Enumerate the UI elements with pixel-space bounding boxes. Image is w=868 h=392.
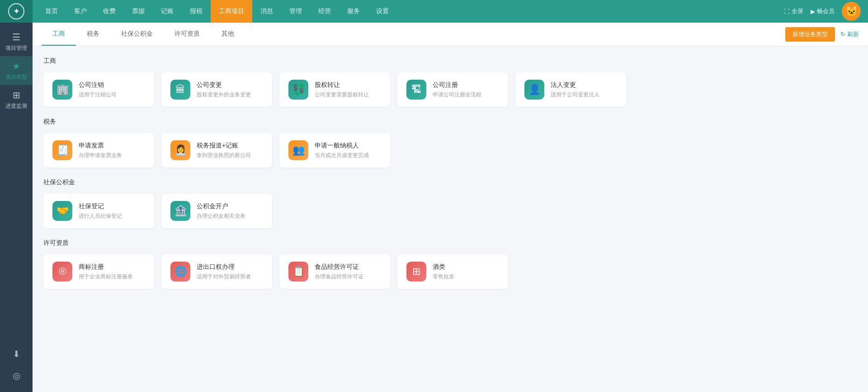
cards-grid: 🧾 申请发票 办理申请发票业务 👩‍💼 税务报道+记账 拿到营业执照的新公司 👥… [43, 133, 857, 167]
vip-icon: ▶ [811, 8, 815, 15]
sidebar-item-项目类型[interactable]: ★项目类型 [0, 56, 33, 85]
download-icon[interactable]: ⬇ [7, 345, 25, 363]
card-icon: 👥 [288, 140, 308, 160]
mascot-avatar[interactable]: 🐱 [842, 2, 861, 21]
nav-item-经营[interactable]: 经营 [310, 0, 339, 23]
section-税务: 税务 🧾 申请发票 办理申请发票业务 👩‍💼 税务报道+记账 拿到营业执照的新公… [43, 118, 857, 167]
card-icon: 👩‍💼 [170, 140, 190, 160]
card-title: 进出口权办理 [197, 263, 263, 271]
card-desc: 办理食品经营许可证 [315, 273, 381, 281]
new-type-button[interactable]: 新增业务类型 [785, 27, 835, 42]
service-card-股权转让[interactable]: 💱 股权转让 公司变更需要股权转让 [279, 72, 390, 107]
service-card-申请发票[interactable]: 🧾 申请发票 办理申请发票业务 [43, 133, 154, 167]
card-text: 酒类 零售批发 [433, 263, 499, 281]
nav-items: 首页客户收费票据记账报税工商项目消息管理经营服务设置 [33, 0, 784, 23]
card-icon: 🧾 [52, 140, 72, 160]
service-card-公积金开户[interactable]: 🏦 公积金开户 办理公积金相关业务 [161, 194, 272, 228]
card-title: 公积金开户 [197, 202, 263, 210]
tab-税务[interactable]: 税务 [76, 23, 110, 46]
content-scroll[interactable]: 工商 🏢 公司注销 适用于注销公司 🏛 公司变更 股权变更外的业务变更 💱 股权… [33, 46, 868, 392]
service-card-酒类[interactable]: ⊞ 酒类 零售批发 [397, 254, 508, 289]
sidebar-item-项目管理[interactable]: ☰项目管理 [0, 27, 33, 56]
card-desc: 适用于注销公司 [79, 91, 145, 99]
cards-grid: 🏢 公司注销 适用于注销公司 🏛 公司变更 股权变更外的业务变更 💱 股权转让 … [43, 72, 857, 107]
nav-item-记账[interactable]: 记账 [153, 0, 182, 23]
cards-grid: 🤝 社保登记 进行人员社保登记 🏦 公积金开户 办理公积金相关业务 [43, 194, 857, 228]
nav-item-设置[interactable]: 设置 [368, 0, 397, 23]
card-text: 社保登记 进行人员社保登记 [79, 202, 145, 220]
card-title: 税务报道+记账 [197, 142, 263, 150]
section-title: 许可资质 [43, 239, 857, 247]
nav-item-工商项目[interactable]: 工商项目 [211, 0, 252, 23]
card-title: 股权转让 [315, 81, 381, 89]
nav-item-票据[interactable]: 票据 [124, 0, 153, 23]
sidebar-item-label: 项目管理 [5, 44, 27, 52]
card-desc: 公司变更需要股权转让 [315, 91, 381, 99]
nav-item-客户[interactable]: 客户 [66, 0, 95, 23]
section-许可资质: 许可资质 ® 商标注册 用于企业商标注册服务 🌐 进出口权办理 适用于对外贸易经… [43, 239, 857, 289]
card-text: 公积金开户 办理公积金相关业务 [197, 202, 263, 220]
nav-item-首页[interactable]: 首页 [37, 0, 66, 23]
card-icon: ® [52, 262, 72, 282]
tab-许可资质[interactable]: 许可资质 [164, 23, 211, 46]
vip-btn[interactable]: ▶ 畅会员 [811, 7, 835, 15]
card-text: 进出口权办理 适用于对外贸易经营者 [197, 263, 263, 281]
tab-工商[interactable]: 工商 [42, 23, 76, 46]
tab-其他[interactable]: 其他 [211, 23, 245, 46]
service-card-公司注册[interactable]: 🏗 公司注册 申请公司注册全流程 [397, 72, 508, 107]
service-card-税务报道+记账[interactable]: 👩‍💼 税务报道+记账 拿到营业执照的新公司 [161, 133, 272, 167]
sidebar: ☰项目管理★项目类型⊞进度监测⬇◎ [0, 23, 33, 392]
nav-item-管理[interactable]: 管理 [281, 0, 310, 23]
section-title: 工商 [43, 57, 857, 65]
card-icon: ⊞ [406, 262, 426, 282]
main-layout: ☰项目管理★项目类型⊞进度监测⬇◎ 工商税务社保公积金许可资质其他 新增业务类型… [0, 23, 868, 392]
service-card-社保登记[interactable]: 🤝 社保登记 进行人员社保登记 [43, 194, 154, 228]
tab-社保公积金[interactable]: 社保公积金 [110, 23, 164, 46]
service-card-法人变更[interactable]: 👤 法人变更 适用于公司变更法人 [515, 72, 626, 107]
card-title: 申请发票 [79, 142, 145, 150]
sidebar-icon: ☰ [12, 32, 20, 43]
location-icon[interactable]: ◎ [7, 367, 25, 385]
card-title: 食品经营许可证 [315, 263, 381, 271]
service-card-商标注册[interactable]: ® 商标注册 用于企业商标注册服务 [43, 254, 154, 289]
card-text: 申请发票 办理申请发票业务 [79, 142, 145, 159]
refresh-button[interactable]: ↻ 刷新 [840, 30, 859, 38]
nav-item-服务[interactable]: 服务 [339, 0, 368, 23]
card-icon: 🌐 [170, 262, 190, 282]
card-desc: 办理公积金相关业务 [197, 212, 263, 220]
card-icon: 🏦 [170, 201, 190, 221]
card-desc: 股权变更外的业务变更 [197, 91, 263, 99]
nav-right: ⛶ 全屏 ▶ 畅会员 🐱 [784, 2, 868, 21]
fullscreen-icon: ⛶ [784, 8, 790, 15]
card-icon: 🏢 [52, 80, 72, 100]
service-card-进出口权办理[interactable]: 🌐 进出口权办理 适用于对外贸易经营者 [161, 254, 272, 289]
logo[interactable]: ✦ [0, 0, 33, 23]
card-title: 公司注销 [79, 81, 145, 89]
section-title: 税务 [43, 118, 857, 126]
tabs-right: 新增业务类型 ↻ 刷新 [785, 27, 859, 42]
service-card-食品经营许可证[interactable]: 📋 食品经营许可证 办理食品经营许可证 [279, 254, 390, 289]
logo-icon: ✦ [8, 3, 24, 19]
card-icon: 👤 [524, 80, 544, 100]
card-icon: 📋 [288, 262, 308, 282]
cards-grid: ® 商标注册 用于企业商标注册服务 🌐 进出口权办理 适用于对外贸易经营者 📋 … [43, 254, 857, 289]
card-text: 税务报道+记账 拿到营业执照的新公司 [197, 142, 263, 159]
service-card-申请一般纳税人[interactable]: 👥 申请一般纳税人 当月或次月成变更完成 [279, 133, 390, 167]
nav-item-消息[interactable]: 消息 [252, 0, 281, 23]
sidebar-item-label: 进度监测 [5, 102, 27, 110]
vip-label: 畅会员 [817, 7, 835, 15]
nav-item-收费[interactable]: 收费 [95, 0, 124, 23]
service-card-公司注销[interactable]: 🏢 公司注销 适用于注销公司 [43, 72, 154, 107]
card-title: 法人变更 [551, 81, 617, 89]
card-text: 股权转让 公司变更需要股权转让 [315, 81, 381, 99]
card-icon: 💱 [288, 80, 308, 100]
card-desc: 申请公司注册全流程 [433, 91, 499, 99]
service-card-公司变更[interactable]: 🏛 公司变更 股权变更外的业务变更 [161, 72, 272, 107]
card-desc: 进行人员社保登记 [79, 212, 145, 220]
nav-item-报税[interactable]: 报税 [182, 0, 211, 23]
fullscreen-btn[interactable]: ⛶ 全屏 [784, 7, 803, 15]
sidebar-item-label: 项目类型 [5, 73, 27, 81]
sidebar-item-进度监测[interactable]: ⊞进度监测 [0, 85, 33, 114]
sidebar-icon: ★ [12, 61, 20, 72]
card-text: 申请一般纳税人 当月或次月成变更完成 [315, 142, 381, 159]
